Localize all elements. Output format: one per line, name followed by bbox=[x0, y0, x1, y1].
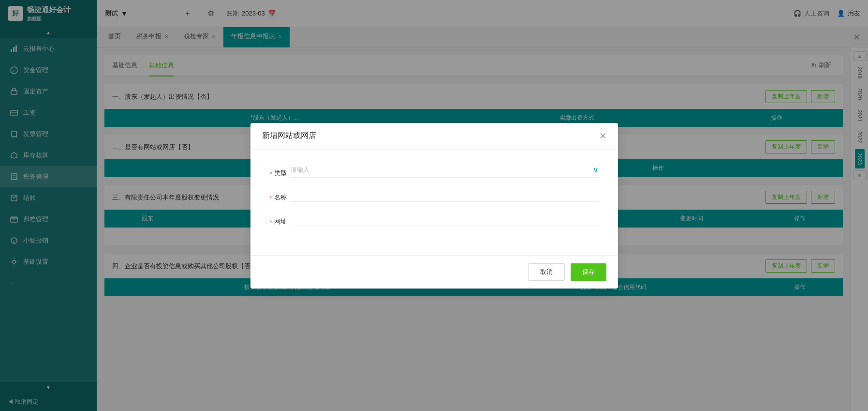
modal-footer: 取消 保存 bbox=[250, 255, 618, 289]
url-field-wrapper bbox=[291, 215, 599, 226]
url-label: 网址 bbox=[274, 217, 287, 226]
name-input[interactable] bbox=[291, 191, 599, 198]
type-input[interactable] bbox=[291, 166, 593, 173]
cancel-button[interactable]: 取消 bbox=[528, 263, 565, 281]
type-dropdown-icon[interactable]: ∨ bbox=[593, 165, 599, 174]
name-required-mark: * bbox=[270, 195, 272, 202]
modal-overlay: 新增网站或网店 ✕ * 类型 ∨ * 名称 bbox=[0, 0, 868, 411]
name-field-wrapper bbox=[291, 191, 599, 202]
type-required-mark: * bbox=[270, 170, 272, 178]
form-row-url: * 网址 bbox=[270, 215, 599, 226]
save-button[interactable]: 保存 bbox=[571, 263, 606, 281]
modal-close-btn[interactable]: ✕ bbox=[599, 131, 606, 141]
modal-header: 新增网站或网店 ✕ bbox=[250, 123, 618, 150]
type-field-wrapper: ∨ bbox=[291, 165, 599, 178]
url-required-mark: * bbox=[270, 219, 272, 226]
form-row-type: * 类型 ∨ bbox=[270, 165, 599, 178]
url-input[interactable] bbox=[291, 215, 599, 223]
type-label: 类型 bbox=[274, 169, 287, 178]
add-website-modal: 新增网站或网店 ✕ * 类型 ∨ * 名称 bbox=[250, 123, 618, 289]
modal-title: 新增网站或网店 bbox=[262, 131, 316, 141]
name-label: 名称 bbox=[274, 193, 287, 202]
form-row-name: * 名称 bbox=[270, 191, 599, 202]
modal-body: * 类型 ∨ * 名称 * 网址 bbox=[250, 150, 618, 255]
